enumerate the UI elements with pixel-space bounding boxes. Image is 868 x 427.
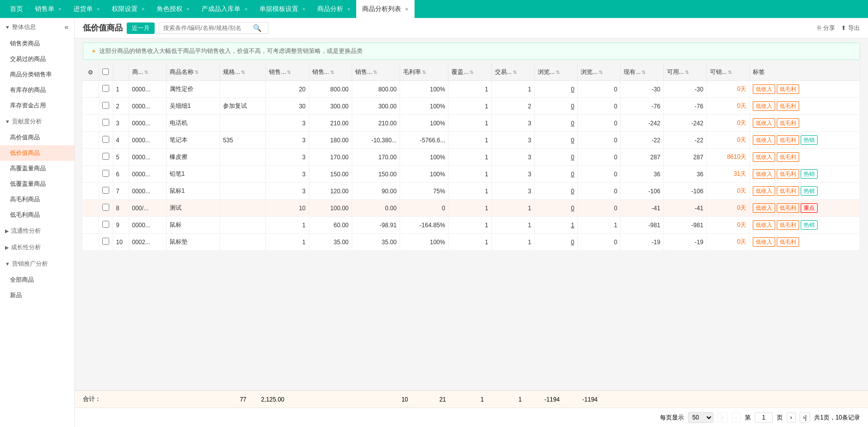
browse-link[interactable]: 0 [571,171,574,178]
sidebar-item-high-value[interactable]: 高价值商品 [0,130,74,145]
nav-home[interactable]: 首页 [4,0,29,18]
sidebar-item-category-rate[interactable]: 商品分类销售率 [0,67,74,82]
col-sales-amt[interactable]: 销售...⇅ [309,64,352,81]
prev-page-btn[interactable]: ‹ [732,413,741,423]
col-saleable[interactable]: 可销...⇅ [706,64,749,81]
sidebar-item-traded-goods[interactable]: 交易过的商品 [0,51,74,67]
row-checkbox[interactable] [102,85,109,92]
sidebar-item-stock-goods[interactable]: 有库存的商品 [0,82,74,98]
sidebar-group-overall[interactable]: ▼ 整体信息 « [0,18,74,36]
row-checkbox[interactable] [102,153,109,160]
nav-permission-close[interactable]: × [142,6,145,12]
browse-link[interactable]: 0 [571,137,574,144]
cell-browse[interactable]: 0 [534,115,577,132]
cell-checkbox[interactable] [99,200,113,217]
row-checkbox[interactable] [102,136,109,143]
cell-browse[interactable]: 0 [534,166,577,183]
sidebar-item-all-goods[interactable]: 全部商品 [0,272,74,288]
cell-checkbox[interactable] [99,132,113,149]
filter-btn[interactable]: 近一月 [127,22,155,34]
col-gross[interactable]: 毛利率⇅ [400,64,448,81]
browse-link[interactable]: 0 [571,86,574,93]
cell-checkbox[interactable] [99,234,113,251]
nav-sales-close[interactable]: × [58,6,61,12]
nav-goods-analysis[interactable]: 商品分析 × [311,0,356,18]
sidebar-group-contribution[interactable]: ▼ 贡献度分析 [0,113,74,130]
col-sales-qty[interactable]: 销售...⇅ [266,64,309,81]
page-size-select[interactable]: 50 100 [688,412,713,423]
sidebar-item-high-margin[interactable]: 高毛利商品 [0,192,74,207]
col-sales-avg[interactable]: 销售...⇅ [352,64,400,81]
cell-browse[interactable]: 0 [534,132,577,149]
nav-purchase[interactable]: 进货单 × [67,0,106,18]
cell-checkbox[interactable] [99,183,113,200]
browse-link[interactable]: 1 [571,222,574,229]
row-checkbox[interactable] [102,170,109,177]
browse-link[interactable]: 0 [571,154,574,161]
nav-template[interactable]: 单据模板设置 × [253,0,311,18]
nav-goods-analysis-close[interactable]: × [347,6,350,12]
col-stock[interactable]: 现有...⇅ [621,64,663,81]
nav-template-close[interactable]: × [302,6,305,12]
select-all-checkbox[interactable] [102,68,109,75]
search-input[interactable] [163,24,253,31]
collapse-overall-btn[interactable]: « [63,22,69,32]
col-name[interactable]: 商品名称⇅ [166,64,219,81]
browse-link[interactable]: 0 [571,188,574,195]
share-btn[interactable]: ⎘ 分享 [818,24,835,32]
last-page-btn[interactable]: ›| [800,413,810,423]
row-checkbox[interactable] [102,119,109,126]
cell-checkbox[interactable] [99,115,113,132]
nav-product-inbound-close[interactable]: × [244,6,247,12]
nav-goods-list-close[interactable]: × [405,6,408,12]
sidebar-group-growth[interactable]: ▶ 成长性分析 [0,239,74,256]
first-page-btn[interactable]: |‹ [717,413,728,423]
row-checkbox[interactable] [102,102,109,109]
sidebar-item-sales-goods[interactable]: 销售类商品 [0,36,74,51]
sidebar-group-circulation[interactable]: ▶ 流通性分析 [0,223,74,239]
cell-checkbox[interactable] [99,166,113,183]
nav-purchase-close[interactable]: × [97,6,100,12]
sidebar-item-capital[interactable]: 库存资金占用 [0,98,74,113]
sidebar-item-low-coverage[interactable]: 低覆盖量商品 [0,176,74,192]
cell-browse[interactable]: 0 [534,81,577,98]
col-spec[interactable]: 规格...⇅ [220,64,266,81]
sidebar-item-high-coverage[interactable]: 高覆盖量商品 [0,161,74,176]
col-browse[interactable]: 浏览...⇅ [534,64,577,81]
col-trade[interactable]: 交易...⇅ [491,64,534,81]
row-checkbox[interactable] [102,204,109,211]
cell-browse[interactable]: 0 [534,149,577,166]
cell-checkbox[interactable] [99,217,113,234]
col-coverage[interactable]: 覆盖...⇅ [448,64,491,81]
col-browse-uv[interactable]: 浏览...⇅ [578,64,621,81]
cell-checkbox[interactable] [99,149,113,166]
col-avail[interactable]: 可用...⇅ [663,64,706,81]
sidebar-item-new-goods[interactable]: 新品 [0,288,74,303]
browse-link[interactable]: 0 [571,205,574,212]
nav-sales[interactable]: 销售单 × [29,0,67,18]
page-input[interactable] [755,413,773,423]
nav-permission[interactable]: 权限设置 × [106,0,151,18]
row-checkbox[interactable] [102,187,109,194]
row-checkbox[interactable] [102,221,109,228]
cell-browse[interactable]: 0 [534,234,577,251]
browse-link[interactable]: 0 [571,239,574,246]
browse-link[interactable]: 0 [571,120,574,127]
col-checkbox[interactable] [99,64,113,81]
search-icon[interactable]: 🔍 [253,24,261,32]
sidebar-group-marketing[interactable]: ▼ 营销推广分析 [0,256,74,272]
cell-checkbox[interactable] [99,98,113,115]
col-settings[interactable]: ⚙ [83,64,99,81]
cell-checkbox[interactable] [99,81,113,98]
sidebar-item-low-value[interactable]: 低价值商品 [0,145,74,161]
cell-browse[interactable]: 0 [534,98,577,115]
cell-browse[interactable]: 0 [534,183,577,200]
sidebar-item-low-margin[interactable]: 低毛利商品 [0,207,74,223]
col-code[interactable]: 商...⇅ [129,64,166,81]
cell-browse[interactable]: 1 [534,217,577,234]
export-btn[interactable]: ⬆ 导出 [841,24,860,32]
nav-product-inbound[interactable]: 产成品入库单 × [196,0,253,18]
nav-goods-list[interactable]: 商品分析列表 × [356,0,414,18]
next-page-btn[interactable]: › [787,413,796,423]
nav-role[interactable]: 角色授权 × [151,0,196,18]
